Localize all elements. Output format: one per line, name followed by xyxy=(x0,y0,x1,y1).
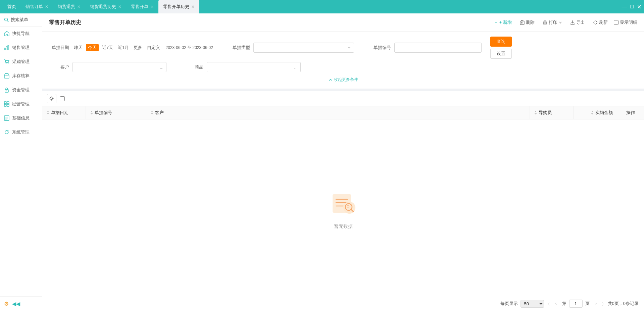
sidebar-item-sales-mgmt[interactable]: 销售管理 xyxy=(0,41,42,55)
display-checkbox[interactable] xyxy=(614,20,618,25)
sidebar-item-ops-mgmt-label: 经营管理 xyxy=(12,101,30,107)
sidebar: 搜索菜单 快捷导航 销售管理 采购管理 xyxy=(0,13,42,311)
table-body: 暂无数据 xyxy=(42,119,644,296)
sort-customer-icon xyxy=(150,111,154,115)
sidebar-item-ops-mgmt[interactable]: 经营管理 xyxy=(0,97,42,111)
maximize-button[interactable]: □ xyxy=(630,4,634,10)
th-guide[interactable]: 导购员 xyxy=(530,106,574,119)
sidebar-item-base-info[interactable]: 基础信息 xyxy=(0,111,42,125)
last-page-button[interactable]: ⟩ xyxy=(601,301,605,307)
th-ops-label: 操作 xyxy=(626,110,635,116)
date-filter-label: 单据日期 xyxy=(49,45,69,51)
page-header: 零售开单历史 ＋ + 新增 删除 xyxy=(42,13,644,32)
table-toolbar xyxy=(42,91,644,106)
sidebar-item-quick-nav[interactable]: 快捷导航 xyxy=(0,27,42,41)
sidebar-item-sys-mgmt-label: 系统管理 xyxy=(12,129,30,135)
minimize-button[interactable]: — xyxy=(622,4,627,10)
first-page-button[interactable]: ⟨ xyxy=(547,301,551,307)
refresh-label: 刷新 xyxy=(599,19,608,25)
tab-retail-open-close[interactable]: ✕ xyxy=(150,4,154,9)
tab-sales-return-history-close[interactable]: ✕ xyxy=(118,4,121,9)
sidebar-item-purchase-mgmt-label: 采购管理 xyxy=(12,59,30,65)
add-button[interactable]: ＋ + 新增 xyxy=(492,18,514,27)
sidebar-search[interactable]: 搜索菜单 xyxy=(0,13,42,27)
th-date[interactable]: 单据日期 xyxy=(42,106,86,119)
th-date-label: 单据日期 xyxy=(51,110,68,116)
tab-retail-history[interactable]: 零售开单历史 ✕ xyxy=(158,0,199,13)
close-button[interactable]: ✕ xyxy=(637,4,641,10)
settings-icon[interactable]: ⚙ xyxy=(4,301,9,307)
sidebar-item-inventory-label: 库存核算 xyxy=(12,73,30,79)
header-actions: ＋ + 新增 删除 xyxy=(492,18,637,27)
print-dropdown-icon xyxy=(559,21,562,24)
chevron-up-icon xyxy=(329,78,333,82)
main-layout: 搜索菜单 快捷导航 销售管理 采购管理 xyxy=(0,13,644,311)
type-dropdown-icon xyxy=(347,46,351,50)
type-filter-label: 单据类型 xyxy=(230,45,250,51)
sort-date-icon xyxy=(46,111,50,115)
setting-button[interactable]: 设置 xyxy=(490,49,512,59)
export-button[interactable]: 导出 xyxy=(568,18,587,27)
svg-point-5 xyxy=(6,63,6,64)
sidebar-item-sys-mgmt[interactable]: 系统管理 xyxy=(0,125,42,139)
th-amount-label: 实销金额 xyxy=(595,110,613,116)
page-number-input[interactable] xyxy=(569,300,583,308)
next-page-button[interactable]: ＞ xyxy=(592,300,599,307)
refresh-button[interactable]: 刷新 xyxy=(591,18,610,27)
svg-point-10 xyxy=(6,91,7,91)
tab-sales-return-history[interactable]: 销货退货历史 ✕ xyxy=(85,0,126,13)
display-toggle[interactable]: 显示明细 xyxy=(614,19,637,25)
add-icon: ＋ xyxy=(494,19,498,25)
svg-rect-2 xyxy=(4,48,5,50)
th-order-no[interactable]: 单据编号 xyxy=(86,106,146,119)
sidebar-item-purchase-mgmt[interactable]: 采购管理 xyxy=(0,55,42,69)
tab-retail-open-label: 零售开单 xyxy=(131,4,148,10)
filter-row-1: 单据日期 昨天 今天 近7天 近1月 更多 自定义 2023-06-02 至 2… xyxy=(49,37,637,59)
date-opt-custom[interactable]: 自定义 xyxy=(146,44,161,51)
svg-rect-26 xyxy=(544,23,546,24)
sidebar-item-inventory[interactable]: 库存核算 xyxy=(0,69,42,83)
collapse-bar[interactable]: 收起更多条件 xyxy=(49,75,637,84)
tab-sales-return-close[interactable]: ✕ xyxy=(77,4,81,9)
window-controls: — □ ✕ xyxy=(622,4,641,10)
refresh-icon xyxy=(4,129,9,135)
date-opt-more[interactable]: 更多 xyxy=(132,44,144,51)
sidebar-search-label: 搜索菜单 xyxy=(11,17,28,23)
select-all-checkbox[interactable] xyxy=(60,96,65,101)
th-customer[interactable]: 客户 xyxy=(146,106,530,119)
customer-filter-label: 客户 xyxy=(49,64,69,70)
type-filter-select[interactable] xyxy=(253,43,354,53)
customer-filter-input[interactable]: ... xyxy=(72,62,166,72)
th-amount[interactable]: 实销金额 xyxy=(574,106,617,119)
page-size-select[interactable]: 50 10 20 100 xyxy=(521,300,544,308)
tab-sales-return[interactable]: 销货退货 ✕ xyxy=(53,0,85,13)
date-opt-yesterday[interactable]: 昨天 xyxy=(72,44,84,51)
order-no-filter-label: 单据编号 xyxy=(371,45,391,51)
query-button[interactable]: 查询 xyxy=(490,37,512,47)
sidebar-item-quick-nav-label: 快捷导航 xyxy=(12,31,30,37)
sidebar-item-finance[interactable]: 资金管理 xyxy=(0,83,42,97)
delete-button[interactable]: 删除 xyxy=(518,18,537,27)
print-button[interactable]: 打印 xyxy=(541,18,564,27)
tab-sales-order-close[interactable]: ✕ xyxy=(45,4,48,9)
date-opt-today[interactable]: 今天 xyxy=(86,44,99,51)
tab-sales-return-history-label: 销货退货历史 xyxy=(90,4,116,10)
prev-page-button[interactable]: ＜ xyxy=(552,300,559,307)
tab-home[interactable]: 首页 xyxy=(3,0,21,13)
product-filter-label: 商品 xyxy=(183,64,203,70)
tab-sales-order[interactable]: 销售订单 ✕ xyxy=(21,0,53,13)
date-opt-last7[interactable]: 近7天 xyxy=(101,44,114,51)
list-icon xyxy=(4,115,9,121)
tab-retail-open[interactable]: 零售开单 ✕ xyxy=(126,0,158,13)
date-opt-last-month[interactable]: 近1月 xyxy=(116,44,130,51)
export-icon xyxy=(570,20,575,25)
date-options: 昨天 今天 近7天 近1月 更多 自定义 2023-06-02 至 2023-0… xyxy=(72,44,213,51)
page-label: 第 xyxy=(561,300,568,307)
th-order-no-label: 单据编号 xyxy=(95,110,112,116)
tab-retail-history-close[interactable]: ✕ xyxy=(191,4,195,9)
product-filter-input[interactable]: ... xyxy=(207,62,301,72)
order-no-input[interactable] xyxy=(394,43,482,53)
collapse-sidebar-icon[interactable]: ◀◀ xyxy=(12,301,20,307)
table-settings-button[interactable] xyxy=(47,94,56,103)
empty-state: 暂无数据 xyxy=(327,186,360,229)
